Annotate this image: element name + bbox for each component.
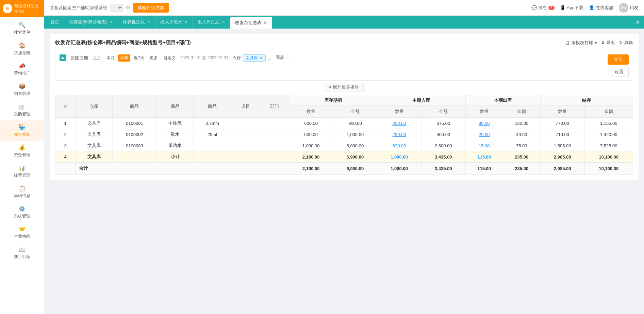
online-service-btn[interactable]: 👤 在线客服 <box>589 5 613 11</box>
tab-close-stock[interactable]: ✕ <box>110 20 113 24</box>
warehouse-more[interactable]: ... <box>267 55 271 61</box>
row-balance-amt: 1,155.00 <box>584 118 633 129</box>
row-in-qty[interactable]: 230.00 <box>377 129 422 140</box>
logo-title: 畅捷通好生意 <box>14 3 39 9</box>
collab-icon: 🤝 <box>19 226 26 232</box>
settings-btn[interactable]: 设置 <box>610 67 629 77</box>
purchase-icon: 🛒 <box>19 103 26 110</box>
sidebar-item-system[interactable]: ⚙️ 系统管理 <box>0 202 44 222</box>
row-in-qty[interactable]: 1,000.00 <box>377 151 422 163</box>
sidebar-item-purchase[interactable]: 🛒 采购管理 <box>0 100 44 120</box>
row-name: 中性笔 <box>156 118 194 129</box>
row-in-amt: 2,600.00 <box>421 140 465 151</box>
sidebar-item-collab[interactable]: 🤝 企业协同 <box>0 222 44 243</box>
date-btn-cur-month[interactable]: 本月 <box>104 54 117 62</box>
user-area[interactable]: Ea 用友 <box>619 3 639 13</box>
logo-sub: 标准版 <box>14 9 39 14</box>
th-balance-amt: 金额 <box>584 106 633 118</box>
row-balance-qty: 710.00 <box>540 129 584 140</box>
row-opening-qty: 1,000.00 <box>289 140 333 151</box>
filter-expand-icon[interactable]: ▶ <box>60 54 66 61</box>
sidebar-item-search[interactable]: 🔍 搜索菜单 <box>0 18 44 39</box>
sidebar-label-operation: 经营管理 <box>14 172 30 178</box>
gear-icon[interactable]: ⚙ <box>126 4 130 11</box>
warehouse-tag-close[interactable]: ✕ <box>259 56 263 61</box>
sidebar-item-guide[interactable]: 📖 新手引导 <box>0 243 44 263</box>
goods-more[interactable]: ... <box>286 54 290 61</box>
sidebar-label-quick: 快捷导航 <box>14 50 30 56</box>
system-select[interactable] <box>110 4 123 12</box>
sidebar-item-capital[interactable]: 💰 资金管理 <box>0 141 44 161</box>
app-download-btn[interactable]: 📱 App下载 <box>560 5 583 11</box>
row-in-qty[interactable]: 520.00 <box>377 140 422 151</box>
date-btn-7days[interactable]: 近7天 <box>132 54 146 62</box>
row-balance-amt: 1,420.00 <box>584 129 633 140</box>
page-card: 收发存汇总表(按仓库+商品编码+商品+规格型号+项目+部门) 🖨 按模板打印 ▾… <box>50 34 639 180</box>
service-icon: 👤 <box>589 5 594 10</box>
row-name: 胶水 <box>156 129 194 140</box>
tab-home[interactable]: 首页 <box>46 16 64 29</box>
filter-bar: ▶ 记账日期 上月 本月 本年 近7天 更多 自定义 2023-0 <box>55 51 633 81</box>
guide-icon: 📖 <box>19 246 26 253</box>
sidebar-item-quick[interactable]: 🏠 快捷导航 <box>0 39 44 59</box>
tab-stock[interactable]: 现存量(库存分布表) ✕ <box>64 16 118 29</box>
footer-balance-qty: 2,985.00 <box>540 163 584 175</box>
sidebar-item-operation[interactable]: 📊 经营管理 <box>0 161 44 182</box>
th-spec: 商品 <box>194 95 231 118</box>
user-name: 用友 <box>630 5 639 11</box>
expand-conditions-btn[interactable]: ▾ 展开更多条件 <box>325 83 364 92</box>
tab-recv-send[interactable]: 收发存汇总表 ✕ <box>230 17 272 29</box>
tab-close-summary[interactable]: ✕ <box>222 20 225 24</box>
row-warehouse: 文具库 <box>76 140 113 151</box>
export-btn[interactable]: ⬇ 导出 <box>601 40 615 46</box>
warehouse-tag: 文具库 ✕ <box>243 54 266 62</box>
row-balance-qty: 2,985.00 <box>540 151 584 163</box>
tab-close-batch[interactable]: ✕ <box>147 20 150 24</box>
close-all-tabs-btn[interactable]: ✕ <box>633 19 643 26</box>
row-out-qty[interactable]: 20.00 <box>465 129 503 140</box>
print-btn[interactable]: 🖨 按模板打印 ▾ <box>565 40 597 46</box>
row-out-qty[interactable]: 80.00 <box>465 118 503 129</box>
sidebar-label-inventory: 库存核算 <box>14 132 30 137</box>
row-opening-amt: 6,900.00 <box>333 151 377 163</box>
row-balance-qty: 770.00 <box>540 118 584 129</box>
th-project: 项目 <box>231 95 260 118</box>
sidebar-item-inventory[interactable]: 🏪 库存核算 <box>0 120 44 141</box>
message-btn[interactable]: 💬 消息 6 <box>531 5 555 11</box>
experience-btn[interactable]: 体验行业方案 <box>133 3 169 13</box>
row-out-qty[interactable]: 15.00 <box>465 140 503 151</box>
tab-flow[interactable]: 出入库流水 ✕ <box>155 16 193 29</box>
page-title: 收发存汇总表(按仓库+商品编码+商品+规格型号+项目+部门) <box>55 39 191 46</box>
date-btn-custom[interactable]: 自定义 <box>161 54 178 62</box>
tab-batch[interactable]: 库存批次账 ✕ <box>118 16 155 29</box>
sidebar-item-basic[interactable]: 📋 基础信息 <box>0 182 44 202</box>
search-icon: 🔍 <box>19 22 26 28</box>
refresh-btn[interactable]: ↻ 刷新 <box>619 40 633 46</box>
table-settings-col[interactable]: ⚙ <box>55 95 76 118</box>
sidebar-item-sales[interactable]: 📦 销售管理 <box>0 80 44 100</box>
main-area: 装备及固定资产辅助管理系统 ⚙ 体验行业方案 💬 消息 6 📱 App下载 👤 … <box>44 0 644 314</box>
row-balance-amt: 7,525.00 <box>584 140 633 151</box>
row-dept <box>260 118 289 129</box>
th-out-amt: 金额 <box>503 106 540 118</box>
date-btn-more[interactable]: 更多 <box>148 54 160 62</box>
th-warehouse: 仓库 <box>76 95 113 118</box>
date-btn-year[interactable]: 本年 <box>118 54 130 62</box>
system-icon: ⚙️ <box>19 205 26 212</box>
row-code: 0100002 <box>113 129 157 140</box>
row-project <box>231 140 260 151</box>
message-badge: 6 <box>548 6 555 10</box>
sidebar-item-marketing[interactable]: 📣 营销推广 <box>0 59 44 80</box>
row-name: 小计 <box>156 151 194 163</box>
system-title: 装备及固定资产辅助管理系统 <box>50 5 107 11</box>
footer-out-amt: 235.00 <box>503 163 540 175</box>
online-service-label: 在线客服 <box>596 5 613 11</box>
footer-row: 合计 2,100.00 6,900.00 1,000.00 3,435.00 1… <box>55 163 633 175</box>
row-in-qty[interactable]: 250.00 <box>377 118 422 129</box>
tab-summary[interactable]: 出入库汇总 ✕ <box>193 16 230 29</box>
date-btn-prev-month[interactable]: 上月 <box>91 54 103 62</box>
tab-close-recv-send[interactable]: ✕ <box>264 20 267 25</box>
tab-close-flow[interactable]: ✕ <box>184 20 188 24</box>
row-out-qty[interactable]: 115.00 <box>465 151 503 163</box>
query-btn[interactable]: 查询 <box>608 54 629 65</box>
